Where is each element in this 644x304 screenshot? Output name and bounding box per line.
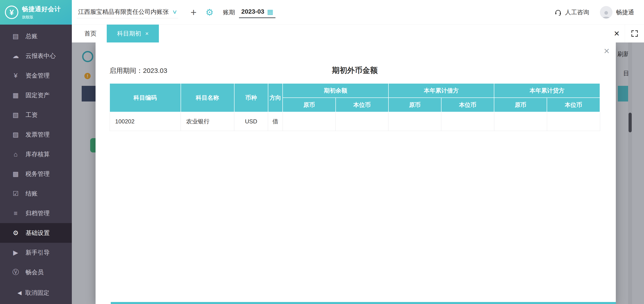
cell-credit-original[interactable] [494, 112, 547, 131]
logo-icon: ¥ [5, 5, 18, 19]
cell-direction: 借 [268, 112, 283, 131]
sidebar-item-member[interactable]: Ⓥ畅会员 [0, 263, 72, 282]
sidebar-item-label: 资金管理 [26, 71, 50, 80]
cell-debit-original[interactable] [388, 112, 441, 131]
period-picker[interactable]: 2023-03 ▦ [239, 6, 276, 18]
sidebar-item-label: 云报表中心 [26, 52, 56, 60]
sidebar-item-general-ledger[interactable]: ▤总账 [0, 26, 72, 46]
subcol-base-currency: 本位币 [336, 98, 388, 112]
app-name: 畅捷通好会计 [22, 5, 61, 13]
sidebar-item-label: 畅会员 [26, 268, 44, 276]
col-header-direction: 方向 [268, 83, 283, 112]
sidebar-item-tax[interactable]: ▩税务管理 [0, 164, 72, 184]
company-name: 江西服宝精品有限责任公司内账张 [78, 8, 169, 16]
cell-name: 农业银行 [181, 112, 234, 131]
headset-icon [554, 8, 562, 16]
calendar-icon: ▦ [267, 8, 273, 16]
invoice-icon: ▨ [12, 131, 20, 138]
sidebar-menu: ▤总账 ☁云报表中心 ¥资金管理 ▦固定资产 ▧工资 ▨发票管理 ⌂库存核算 ▩… [0, 24, 72, 282]
group-header-opening-balance: 期初余额 [282, 83, 388, 98]
sidebar-item-inventory[interactable]: ⌂库存核算 [0, 144, 72, 164]
sidebar-item-label: 新手引导 [26, 249, 50, 257]
sidebar-item-label: 结账 [26, 190, 38, 198]
funds-icon: ¥ [12, 72, 20, 79]
cell-debit-base[interactable] [441, 112, 494, 131]
cell-credit-base[interactable] [547, 112, 600, 131]
topbar: 江西服宝精品有限责任公司内账张 ∨ + ⚙ 账期 2023-03 ▦ 人工咨询 [72, 0, 644, 24]
sidebar-item-label: 发票管理 [26, 131, 50, 139]
col-header-code: 科目编码 [110, 83, 181, 112]
tax-icon: ▩ [12, 170, 20, 178]
subcol-original-currency: 原币 [282, 98, 336, 112]
cloud-report-icon: ☁ [12, 52, 20, 60]
close-tab-icon[interactable]: × [145, 30, 148, 37]
tab-account-initial-balance[interactable]: 科目期初 × [107, 24, 159, 42]
add-account-set-button[interactable]: + [191, 7, 197, 17]
tab-label: 科目期初 [117, 29, 141, 37]
subcol-original-currency: 原币 [388, 98, 441, 112]
unpin-icon: ◀ [18, 290, 22, 296]
app-edition: 旗舰版 [22, 14, 61, 20]
bottom-accent-strip [111, 302, 616, 304]
initial-foreign-currency-modal: × 启用期间：2023.03 期初外币金额 科目编码 科目名称 [96, 42, 616, 304]
tab-label: 首页 [84, 29, 96, 37]
inventory-icon: ⌂ [12, 151, 20, 158]
member-icon: Ⓥ [12, 268, 20, 277]
cell-code: 100202 [110, 112, 181, 131]
table-row[interactable]: 100202 农业银行 USD 借 [110, 112, 600, 131]
unpin-label: 取消固定 [25, 289, 49, 297]
app-logo: ¥ 畅捷通好会计 旗舰版 [0, 0, 72, 24]
modal-header: 启用期间：2023.03 期初外币金额 [110, 64, 600, 77]
tab-bar: 首页 科目期初 × × [72, 24, 644, 42]
support-label: 人工咨询 [565, 8, 589, 16]
sidebar-item-invoices[interactable]: ▨发票管理 [0, 125, 72, 144]
sidebar-item-label: 固定资产 [26, 91, 50, 99]
unpin-sidebar-button[interactable]: ◀ 取消固定 [0, 282, 72, 304]
modal-body: 启用期间：2023.03 期初外币金额 科目编码 科目名称 币种 [96, 64, 616, 131]
archive-icon: ≡ [12, 210, 20, 217]
sidebar-item-label: 税务管理 [26, 170, 50, 178]
guide-icon: ▶ [12, 249, 20, 256]
screen: ¥ 畅捷通好会计 旗舰版 ▤总账 ☁云报表中心 ¥资金管理 ▦固定资产 ▧工资 … [0, 0, 644, 304]
group-header-ytd-credit: 本年累计贷方 [494, 83, 600, 98]
sidebar-item-beginner-guide[interactable]: ▶新手引导 [0, 243, 72, 263]
username: 畅捷通 [616, 8, 634, 16]
cell-currency: USD [234, 112, 268, 131]
sidebar-item-archive[interactable]: ≡归档管理 [0, 203, 72, 223]
sidebar-item-label: 基础设置 [26, 229, 50, 237]
settings-gear-icon[interactable]: ⚙ [206, 8, 214, 17]
sidebar-item-closing[interactable]: ☑结账 [0, 184, 72, 203]
period-value: 2023-03 [241, 8, 264, 15]
sidebar-item-payroll[interactable]: ▧工资 [0, 105, 72, 125]
subcol-base-currency: 本位币 [441, 98, 494, 112]
sidebar-item-label: 归档管理 [26, 209, 50, 217]
support-link[interactable]: 人工咨询 [554, 8, 589, 16]
subcol-base-currency: 本位币 [547, 98, 600, 112]
sidebar-item-funds[interactable]: ¥资金管理 [0, 66, 72, 85]
tab-home[interactable]: 首页 [74, 24, 107, 42]
close-icon[interactable]: × [609, 24, 625, 42]
col-header-currency: 币种 [234, 83, 268, 112]
sidebar-item-basic-settings[interactable]: ⚙基础设置 [0, 223, 72, 243]
sidebar-item-label: 工资 [26, 111, 38, 119]
logo-glyph: ¥ [10, 8, 14, 17]
modal-close-icon[interactable]: × [604, 46, 610, 56]
subcol-original-currency: 原币 [494, 98, 547, 112]
company-select[interactable]: 江西服宝精品有限责任公司内账张 ∨ [77, 6, 178, 18]
modal-title: 期初外币金额 [110, 65, 600, 75]
content-area: ! 刷新 目 × 启用期间：2023.03 期初外币金额 [72, 42, 644, 304]
fixed-assets-icon: ▦ [12, 91, 20, 99]
group-header-ytd-debit: 本年累计借方 [388, 83, 494, 98]
fullscreen-icon[interactable] [625, 24, 644, 42]
cell-opening-original[interactable] [282, 112, 336, 131]
settings-icon: ⚙ [12, 229, 20, 237]
chevron-down-icon: ∨ [172, 9, 178, 15]
avatar[interactable] [600, 6, 612, 18]
sidebar: ¥ 畅捷通好会计 旗舰版 ▤总账 ☁云报表中心 ¥资金管理 ▦固定资产 ▧工资 … [0, 0, 72, 304]
sidebar-item-fixed-assets[interactable]: ▦固定资产 [0, 85, 72, 105]
sidebar-item-label: 库存核算 [26, 150, 50, 158]
payroll-icon: ▧ [12, 111, 20, 119]
sidebar-item-cloud-reports[interactable]: ☁云报表中心 [0, 46, 72, 66]
foreign-currency-table: 科目编码 科目名称 币种 方向 期初余额 本年累计借方 本年累计贷方 原币 本位… [110, 83, 600, 131]
cell-opening-base[interactable] [336, 112, 388, 131]
